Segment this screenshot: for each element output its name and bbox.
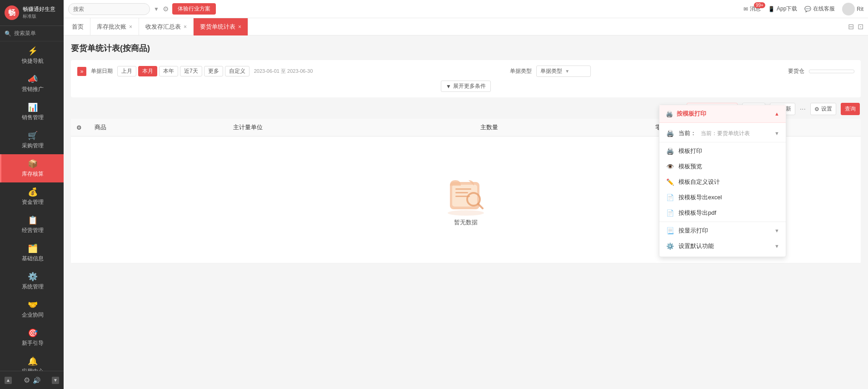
topbar-search-input[interactable] [68,3,150,15]
set-default-label: 设置默认功能 [678,242,714,250]
template-preview-label: 模板预览 [678,162,702,171]
query-btn[interactable]: 查询 [841,103,860,115]
topbar-chevron-icon[interactable]: ▼ [154,6,159,12]
set-default-item[interactable]: ⚙️ 设置默认功能 ▼ [659,238,786,254]
volume-icon[interactable]: 🔊 [33,377,40,384]
filter-current-year[interactable]: 本年 [159,66,178,76]
app-download-label: App下载 [777,5,797,13]
print-header-icon: 🖨️ [666,111,673,117]
app-download-btn[interactable]: 📱 App下载 [768,5,797,13]
tab-inventory-batch-close[interactable]: × [129,24,132,30]
dropdown-divider-1 [659,142,786,142]
sidebar-item-inventory[interactable]: 📦 库存核算 [0,154,64,182]
template-preview-item[interactable]: 👁️ 模板预览 [659,159,786,174]
topbar-gear-icon[interactable]: ⚙ [163,5,169,13]
online-service-btn[interactable]: 💬 在线客服 [804,5,835,13]
sidebar-item-purchase[interactable]: 🛒 采购管理 [0,126,64,154]
current-template-chevron: ▼ [774,131,779,136]
date-filter-label: 单据日期 [91,67,113,75]
template-custom-icon: ✏️ [666,178,674,186]
goods-select[interactable] [809,70,854,73]
tab-order-stats[interactable]: 要货单统计表 × [194,18,248,35]
filter-expand-btn[interactable]: » [77,67,86,76]
operations-icon: 📋 [28,215,38,225]
doc-type-chevron-icon: ▼ [565,69,587,74]
template-preview-icon: 👁️ [666,163,674,170]
col-settings[interactable]: ⚙ [71,119,89,136]
newbie-icon: 🎯 [28,328,38,338]
col-quantity: 主数量 [475,119,650,136]
settings-icon[interactable]: ⚙ [24,376,30,384]
svg-rect-4 [455,192,468,193]
online-service-icon: 💬 [804,6,811,12]
user-avatar[interactable]: Rit [842,3,863,15]
tab-inventory-batch-label: 库存批次账 [97,23,126,31]
maximize-icon[interactable]: ⊡ [858,22,863,31]
filter-more[interactable]: 更多 [204,66,223,76]
sidebar-item-label: 销售管理 [22,114,44,121]
filter-row-1: » 单据日期 上月 本月 本年 近7天 更多 自定义 2023-06-01 至 … [77,66,854,77]
app-version: 标准版 [23,13,55,20]
template-custom-item[interactable]: ✏️ 模板自定义设计 [659,174,786,190]
tab-home[interactable]: 首页 [68,18,90,35]
doc-type-select[interactable]: 单据类型 ▼ [536,66,591,77]
sidebar-search[interactable]: 🔍 搜索菜单 [0,26,64,41]
sidebar-item-finance[interactable]: 💰 资金管理 [0,182,64,211]
tab-receivable-summary[interactable]: 收发存汇总表 × [139,18,194,35]
template-export-pdf-item[interactable]: 📄 按模板导出pdf [659,205,786,221]
print-dropdown: 🖨️ 按模板打印 ▲ 🖨️ 当前： 当前：要货单统计表 ▼ 🖨️ [659,105,786,257]
message-btn[interactable]: ✉ 消息 99+ [743,5,761,13]
expand-more-btn[interactable]: ▼ 展开更多条件 [441,81,491,92]
sidebar-item-label: 系统管理 [22,283,44,291]
experience-btn[interactable]: 体验行业方案 [172,3,216,15]
app-download-icon: 📱 [768,6,775,12]
app-name: 畅赚通好生意 [23,6,55,13]
message-icon: ✉ [743,6,748,12]
display-print-item[interactable]: 📃 按显示打印 ▼ [659,223,786,238]
sidebar-item-system[interactable]: ⚙️ 系统管理 [0,267,64,295]
sidebar-item-newbie[interactable]: 🎯 新手引导 [0,323,64,352]
doc-type-value: 单据类型 [540,67,562,75]
inventory-icon: 📦 [28,159,38,169]
tab-order-stats-close[interactable]: × [238,24,241,30]
col-product: 商品 [89,119,228,136]
more-btn[interactable]: ··· [800,105,806,113]
dropdown-divider-2 [659,222,786,222]
sidebar-scroll-down[interactable]: ▼ [52,377,59,384]
sidebar-item-label: 资金管理 [22,198,44,206]
sidebar-item-cooperation[interactable]: 🤝 企业协同 [0,295,64,323]
filter-custom[interactable]: 自定义 [225,66,249,76]
sidebar-item-basic-info[interactable]: 🗂️ 基础信息 [0,239,64,267]
system-icon: ⚙️ [28,272,38,282]
sidebar-item-operations[interactable]: 📋 经营管理 [0,211,64,239]
sidebar-item-label: 快捷导航 [22,57,44,65]
filter-row-2: ▼ 展开更多条件 [77,81,854,92]
print-dropdown-header[interactable]: 🖨️ 按模板打印 ▲ [659,105,786,123]
template-print-icon: 🖨️ [666,147,674,155]
tab-receivable-summary-close[interactable]: × [184,24,187,30]
template-export-excel-item[interactable]: 📄 按模板导出excel [659,190,786,205]
online-service-label: 在线客服 [813,5,835,13]
filter-bar: » 单据日期 上月 本月 本年 近7天 更多 自定义 2023-06-01 至 … [71,60,861,97]
filter-current-month[interactable]: 本月 [138,66,157,76]
sidebar-scroll-up[interactable]: ▲ [5,377,12,384]
settings-btn[interactable]: ⚙ 设置 [810,103,836,115]
tabbar: 首页 库存批次账 × 收发存汇总表 × 要货单统计表 × ⊟ ⊡ [64,18,868,35]
username: Rit [857,6,863,12]
filter-last-7-days[interactable]: 近7天 [180,66,202,76]
current-template-icon: 🖨️ [666,130,674,137]
sidebar-item-marketing[interactable]: 📣 营销推广 [0,70,64,98]
minimize-icon[interactable]: ⊟ [848,22,854,31]
template-print-item[interactable]: 🖨️ 模板打印 [659,143,786,159]
current-template-item[interactable]: 🖨️ 当前： 当前：要货单统计表 ▼ [659,126,786,141]
tab-inventory-batch[interactable]: 库存批次账 × [90,18,139,35]
content-area: 要货单统计表(按商品) » 单据日期 上月 本月 本年 近7天 更多 自定义 2… [64,35,868,389]
purchase-icon: 🛒 [28,131,38,141]
display-print-left: 📃 按显示打印 [666,227,708,235]
sidebar-item-sales[interactable]: 📊 销售管理 [0,98,64,126]
sidebar-item-quick-nav[interactable]: ⚡ 快捷导航 [0,41,64,70]
sidebar-item-label: 基础信息 [22,255,44,263]
filter-prev-month[interactable]: 上月 [117,66,136,76]
sidebar-item-label: 应用中心 [22,368,44,371]
sidebar-item-app-center[interactable]: 🔔 应用中心 [0,352,64,371]
